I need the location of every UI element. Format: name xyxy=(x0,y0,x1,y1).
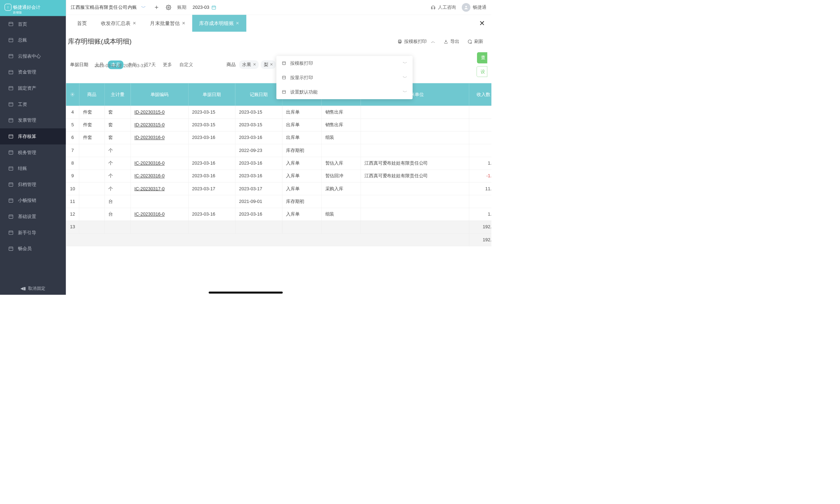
cell-idx: 6 xyxy=(66,131,79,144)
tab-2[interactable]: 月末批量暂估✕ xyxy=(143,15,192,32)
cell-code[interactable]: IC-20230317-0 xyxy=(131,182,188,195)
nav-icon-14 xyxy=(8,246,13,251)
cell-ddate: 2023-03-15 xyxy=(188,106,235,119)
close-icon[interactable]: ✕ xyxy=(133,21,136,26)
tab-3[interactable]: 库存成本明细账✕ xyxy=(192,15,246,32)
period-picker[interactable]: 2023-03 xyxy=(193,5,216,10)
svg-rect-9 xyxy=(9,167,13,170)
brand-name: 畅捷通好会计 xyxy=(13,4,40,11)
cell-idx: 8 xyxy=(66,157,79,170)
nav-icon-6 xyxy=(8,118,13,123)
sidebar-item-2[interactable]: 云报表中心 xyxy=(0,48,66,64)
dropdown-item-1[interactable]: 按显示打印 ﹀ xyxy=(276,70,413,85)
chevron-up-icon: ︿ xyxy=(431,38,435,45)
refresh-button[interactable]: 刷新 xyxy=(467,38,483,45)
sidebar-item-3[interactable]: 资金管理 xyxy=(0,64,66,81)
main-area: 江西服宝精品有限责任公司内账 ﹀ ＋ 账期 2023-03 xyxy=(66,0,491,295)
setting-button[interactable]: 设 xyxy=(477,66,487,77)
avatar xyxy=(462,3,471,12)
cell-btype xyxy=(322,195,361,208)
cell-party xyxy=(361,131,469,144)
cell-code[interactable]: IC-20230316-0 xyxy=(131,208,188,221)
close-icon[interactable]: ✕ xyxy=(253,62,256,67)
query-button[interactable]: 查 xyxy=(477,52,487,64)
dropdown-item-2[interactable]: 设置默认功能 ﹀ xyxy=(276,85,413,99)
sidebar-item-11[interactable]: 小畅报销 xyxy=(0,193,66,209)
cell-qty xyxy=(469,195,491,208)
tab-1[interactable]: 收发存汇总表✕ xyxy=(94,15,143,32)
tabbar: 首页收发存汇总表✕月末批量暂估✕库存成本明细账✕ ✕ xyxy=(66,15,491,32)
cell-party xyxy=(361,221,469,233)
export-icon xyxy=(444,39,448,44)
cell-idx: 10 xyxy=(66,182,79,195)
cell-dtype: 入库单 xyxy=(282,182,322,195)
sidebar-item-7[interactable]: 库存核算 xyxy=(0,128,66,145)
sidebar-item-10[interactable]: 归档管理 xyxy=(0,177,66,193)
plus-icon[interactable]: ＋ xyxy=(153,3,160,12)
chevron-down-icon: ﹀ xyxy=(403,60,407,66)
cell-bdate: 2021-09-01 xyxy=(235,195,282,208)
product-tag[interactable]: 梨✕ xyxy=(261,60,276,69)
svg-point-15 xyxy=(168,7,169,8)
cell-party xyxy=(361,144,469,157)
dropdown-item-0[interactable]: 按模板打印 ﹀ xyxy=(276,56,413,70)
gear-icon[interactable] xyxy=(70,92,75,97)
sidebar-unpin[interactable]: ◀▮ 取消固定 xyxy=(0,282,66,295)
home-indicator xyxy=(209,292,283,294)
close-icon[interactable]: ✕ xyxy=(270,62,273,67)
sidebar-item-14[interactable]: 畅会员 xyxy=(0,241,66,257)
sidebar-item-0[interactable]: 首页 xyxy=(0,16,66,32)
cell-btype xyxy=(322,221,361,233)
headset-icon[interactable]: 人工咨询 xyxy=(431,4,456,11)
svg-rect-13 xyxy=(9,231,13,235)
cell-code[interactable]: IC-20230316-0 xyxy=(131,170,188,182)
table-row: 13192.0 xyxy=(66,221,491,233)
sidebar-item-4[interactable]: 固定资产 xyxy=(0,80,66,96)
table-row: 11台2021-09-01库存期初 xyxy=(66,195,491,208)
close-icon[interactable]: ✕ xyxy=(182,21,185,26)
export-button[interactable]: 导出 xyxy=(444,38,459,45)
cell-unit: 台 xyxy=(104,195,131,208)
close-all-tabs[interactable]: ✕ xyxy=(477,19,487,27)
cell-code[interactable]: ID-20230316-0 xyxy=(131,131,188,144)
sidebar-item-1[interactable]: 总账 xyxy=(0,32,66,48)
table-row: 7个2022-09-23库存期初 xyxy=(66,144,491,157)
company-selector[interactable]: 江西服宝精品有限责任公司内账 ﹀ xyxy=(71,4,146,11)
cell-prod xyxy=(79,208,104,221)
chevron-down-icon: ﹀ xyxy=(403,75,407,81)
sidebar-item-13[interactable]: 新手引导 xyxy=(0,225,66,241)
sidebar-item-5[interactable]: 工资 xyxy=(0,96,66,113)
nav-icon-10 xyxy=(8,182,13,187)
cell-party: 江西真可爱布娃娃有限责任公司 xyxy=(361,157,469,170)
cell-qty xyxy=(469,106,491,119)
cell-code[interactable]: ID-20230315-0 xyxy=(131,119,188,131)
col-header: 商品 xyxy=(79,83,104,106)
nav-icon-9 xyxy=(8,166,13,171)
tab-0[interactable]: 首页 xyxy=(70,15,94,32)
svg-rect-7 xyxy=(9,135,13,138)
sidebar-item-6[interactable]: 发票管理 xyxy=(0,112,66,128)
cell-code[interactable]: IC-20230316-0 xyxy=(131,157,188,170)
cell-btype: 采购入库 xyxy=(322,182,361,195)
cloud-upload-icon xyxy=(5,4,12,11)
col-header: 主计量 xyxy=(104,83,131,106)
table-row: 10个IC-20230317-02023-03-172023-03-17入库单采… xyxy=(66,182,491,195)
cell-code[interactable]: ID-20230315-0 xyxy=(131,106,188,119)
sidebar-item-9[interactable]: 结账 xyxy=(0,160,66,177)
cell-code xyxy=(131,195,188,208)
cell-party xyxy=(361,106,469,119)
cell-qty: 1.0 xyxy=(469,208,491,221)
sidebar-item-12[interactable]: 基础设置 xyxy=(0,209,66,225)
user-menu[interactable]: 畅捷通 xyxy=(462,3,486,12)
close-icon[interactable]: ✕ xyxy=(236,21,239,26)
print-by-template-button[interactable]: 按模板打印 ︿ xyxy=(397,38,435,45)
chevron-down-icon: ﹀ xyxy=(403,89,407,95)
cell-party xyxy=(361,208,469,221)
cell-dtype: 出库单 xyxy=(282,119,322,131)
product-tag[interactable]: 水果✕ xyxy=(239,60,259,69)
product-label: 商品 xyxy=(227,62,236,68)
cell-unit: 套 xyxy=(104,131,131,144)
cell-dtype: 入库单 xyxy=(282,208,322,221)
sidebar-item-8[interactable]: 税务管理 xyxy=(0,145,66,161)
gear-icon[interactable] xyxy=(166,5,171,10)
